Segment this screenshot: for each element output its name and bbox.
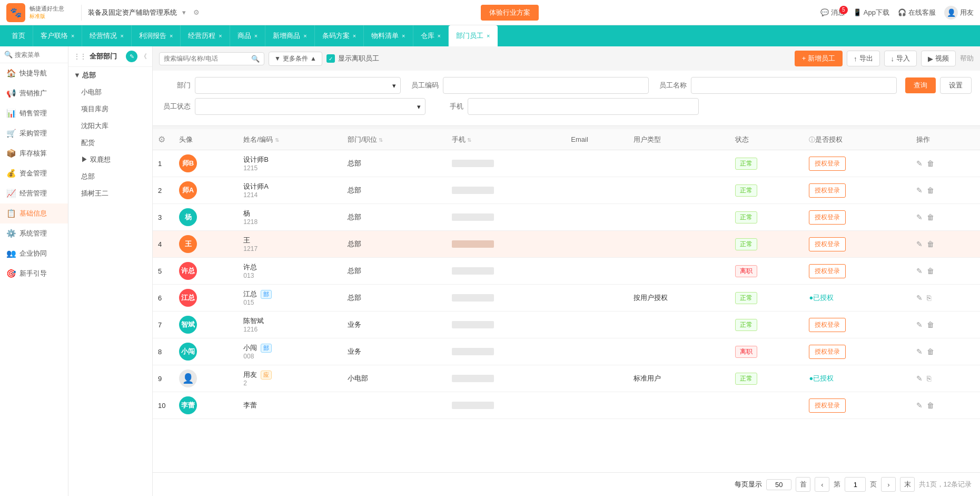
more-filter-button[interactable]: ▼ 更多条件 ▲ [269,52,322,66]
edit-icon[interactable]: ✎ [916,347,923,356]
auth-button[interactable]: 授权登录 [809,318,846,332]
edit-icon[interactable]: ✎ [916,186,923,194]
sidebar-item-sales[interactable]: 📊 销售管理 [0,103,68,123]
sidebar-item-operation-mgmt[interactable]: 📈 经营管理 [0,183,68,203]
col-phone-sort[interactable]: ⇅ [467,137,471,143]
page-input[interactable] [845,477,866,492]
tab-bom-close[interactable]: × [402,33,405,39]
per-page-select[interactable]: 50 [766,479,791,490]
tab-history[interactable]: 经营历程 × [181,25,230,46]
message-item[interactable]: 💬 消息 5 [820,8,845,17]
settings-button[interactable]: 设置 [940,77,972,94]
edit-icon[interactable]: ✎ [916,401,923,410]
sidebar-item-quick-nav[interactable]: 🏠 快捷导航 [0,63,68,83]
sidebar-item-finance[interactable]: 💰 资金管理 [0,163,68,183]
filter-phone-input[interactable] [468,98,698,115]
sidebar-item-system[interactable]: ⚙️ 系统管理 [0,223,68,244]
delete-icon[interactable]: 🗑 [927,159,934,168]
edit-icon[interactable]: ✎ [916,267,923,275]
last-page-button[interactable]: 末 [900,477,915,492]
auth-button[interactable]: 授权登录 [809,157,846,171]
first-page-button[interactable]: 首 [796,477,810,492]
tree-collapse-icon[interactable]: 《 [141,52,147,61]
edit-icon[interactable]: ✎ [916,213,923,221]
sidebar-search-input[interactable] [15,51,64,59]
sidebar-item-purchase[interactable]: 🛒 采购管理 [0,123,68,143]
delete-icon[interactable]: 🗑 [927,401,934,410]
tab-department[interactable]: 部门员工 × [449,25,498,46]
edit-icon[interactable]: ✎ [916,374,923,383]
settings-icon[interactable]: ⚙ [193,8,200,16]
tab-operation-close[interactable]: × [120,33,123,39]
show-resigned-checkbox[interactable]: ✓ [326,54,335,63]
auth-button[interactable]: 授权登录 [809,398,846,413]
tab-profit[interactable]: 利润报告 × [132,25,181,46]
user-item[interactable]: 👤 用友 [944,6,974,20]
edit-icon[interactable]: ✎ [916,159,923,168]
filter-dept-select[interactable]: ▾ [195,77,401,94]
sidebar-item-basic-info[interactable]: 📋 基础信息 [0,203,68,223]
col-name-sort[interactable]: ⇅ [275,137,279,143]
copy-icon[interactable]: ⎘ [927,294,931,302]
system-title-dropdown-icon[interactable]: ▾ [182,8,186,16]
sidebar-item-collab[interactable]: 👥 企业协同 [0,244,68,264]
tab-barcode[interactable]: 条码方案 × [315,25,364,46]
help-text[interactable]: 帮助 [960,54,974,63]
app-download-item[interactable]: 📱 App下载 [853,8,889,17]
tab-bom[interactable]: 物料清单 × [364,25,413,46]
tree-edit-icon[interactable]: ✎ [126,51,137,62]
delete-icon[interactable]: 🗑 [927,347,934,356]
export-button[interactable]: ↑ 导出 [847,51,880,66]
edit-icon[interactable]: ✎ [916,320,923,329]
import-button[interactable]: ↓ 导入 [884,51,917,66]
tab-department-close[interactable]: × [487,33,490,39]
tab-customer[interactable]: 客户联络 × [33,25,82,46]
auth-button[interactable]: 授权登录 [809,237,846,251]
delete-icon[interactable]: 🗑 [927,213,934,221]
tree-item-chafu[interactable]: 插树王二 [68,185,152,202]
tab-add-goods[interactable]: 新增商品 × [265,25,314,46]
tab-barcode-close[interactable]: × [353,33,356,39]
tab-add-goods-close[interactable]: × [303,33,306,39]
trial-button[interactable]: 体验行业方案 [481,5,539,21]
tab-warehouse[interactable]: 仓库 × [413,25,449,46]
delete-icon[interactable]: 🗑 [927,267,934,275]
tree-item-distribution[interactable]: 配货 [68,134,152,151]
auth-button[interactable]: 授权登录 [809,210,846,225]
tree-item-shenyang[interactable]: 沈阳大库 [68,118,152,134]
search-icon[interactable]: 🔍 [251,55,260,63]
tab-operation[interactable]: 经营情况 × [82,25,131,46]
col-dept-sort[interactable]: ⇅ [379,137,383,143]
tab-goods-close[interactable]: × [254,33,258,39]
edit-icon[interactable]: ✎ [916,294,923,302]
tab-home[interactable]: 首页 [4,25,33,46]
online-service-item[interactable]: 🎧 在线客服 [898,8,936,17]
tab-profit-close[interactable]: × [170,33,173,39]
tree-item-headquarters[interactable]: ▼ 总部 [68,67,152,84]
tree-item-shuanglu[interactable]: ▶ 双鹿想 [68,151,152,168]
sidebar-item-inventory[interactable]: 📦 库存核算 [0,143,68,163]
tree-item-hq[interactable]: 总部 [68,168,152,185]
show-resigned-toggle[interactable]: ✓ 显示离职员工 [326,54,379,63]
search-input[interactable] [164,55,248,62]
copy-icon[interactable]: ⎘ [927,374,931,383]
tab-history-close[interactable]: × [219,33,222,39]
sidebar-item-guide[interactable]: 🎯 新手引导 [0,264,68,284]
tab-goods[interactable]: 商品 × [230,25,265,46]
table-settings-icon[interactable]: ⚙ [158,135,165,144]
tab-customer-close[interactable]: × [71,33,74,39]
filter-emp-name-input[interactable] [691,77,897,94]
auth-button[interactable]: 授权登录 [809,183,846,198]
next-page-button[interactable]: › [881,477,896,492]
auth-button[interactable]: 授权登录 [809,264,846,278]
delete-icon[interactable]: 🗑 [927,186,934,194]
edit-icon[interactable]: ✎ [916,240,923,248]
tree-item-project-storage[interactable]: 项目库房 [68,101,152,118]
tab-warehouse-close[interactable]: × [438,33,441,39]
prev-page-button[interactable]: ‹ [815,477,829,492]
tree-item-electronics[interactable]: 小电部 [68,84,152,101]
auth-button[interactable]: 授权登录 [809,345,846,359]
filter-emp-code-input[interactable] [443,77,649,94]
video-button[interactable]: ▶ 视频 [921,51,956,66]
filter-emp-status-select[interactable]: ▾ [195,98,425,115]
